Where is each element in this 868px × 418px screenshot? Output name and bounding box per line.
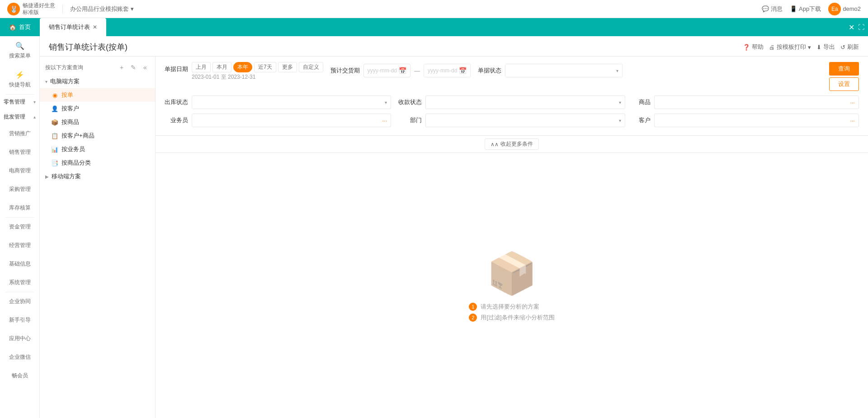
- message-icon: 💬: [762, 5, 769, 12]
- product-more-icon[interactable]: ···: [850, 99, 855, 106]
- edit-scheme-icon[interactable]: ✎: [129, 63, 138, 72]
- order-scheme-icon: ◉: [51, 91, 59, 99]
- department-select[interactable]: ▾: [425, 114, 625, 127]
- help-button[interactable]: ❓ 帮助: [743, 43, 764, 51]
- page-title: 销售订单统计表(按单): [49, 42, 127, 52]
- add-scheme-icon[interactable]: +: [117, 63, 126, 72]
- settings-button[interactable]: 设置: [829, 77, 859, 91]
- sidebar-item-sales[interactable]: 销售管理: [0, 143, 39, 162]
- this-month-btn[interactable]: 本月: [212, 62, 231, 72]
- home-icon: 🏠: [9, 24, 16, 31]
- payment-chevron: ▾: [619, 100, 621, 105]
- custom-date-btn[interactable]: 自定义: [299, 62, 323, 72]
- sidebar: 🔍 搜索菜单 ⚡ 快捷导航 零售管理 ▾ 批发管理 ▴ 营销推广 销售管理 电商…: [0, 36, 40, 418]
- salesperson-input[interactable]: ···: [192, 114, 391, 127]
- download-icon: 📱: [790, 5, 797, 12]
- tab-close-icon[interactable]: ✕: [93, 24, 97, 30]
- customer-more-icon[interactable]: ···: [850, 117, 855, 124]
- user-profile[interactable]: Ea demo2: [828, 3, 861, 15]
- product-input[interactable]: ···: [654, 95, 859, 109]
- tab-close-window[interactable]: ✕: [849, 23, 854, 32]
- expected-delivery-label: 预计交货期: [330, 66, 360, 75]
- sidebar-item-retail[interactable]: 零售管理 ▾: [0, 95, 39, 109]
- last-month-btn[interactable]: 上月: [192, 62, 211, 72]
- tree-item-by-category[interactable]: 📑 按商品分类: [40, 156, 155, 170]
- tree-parent-desktop[interactable]: ▾ 电脑端方案: [40, 75, 155, 88]
- logo-area: 🐰 畅捷通好生意 标准版: [7, 2, 55, 15]
- sidebar-item-member[interactable]: 畅会员: [0, 366, 39, 385]
- search-icon: 🔍: [15, 42, 24, 50]
- sidebar-item-finance[interactable]: 资金管理: [0, 218, 39, 236]
- order-status-select[interactable]: ▾: [505, 64, 623, 77]
- tab-maximize[interactable]: ⛶: [858, 24, 864, 31]
- app-selector[interactable]: 办公用品行业模拟账套 ▾: [70, 5, 134, 13]
- expected-delivery-start-input[interactable]: yyyy-mm-dd 📅: [363, 64, 410, 77]
- collapse-filters-button[interactable]: ∧∧ 收起更多条件: [485, 138, 539, 150]
- top-bar-left: 🐰 畅捷通好生意 标准版 办公用品行业模拟账套 ▾: [7, 2, 134, 15]
- empty-hint-2: 2 用[过滤]条件来缩小分析范围: [469, 314, 554, 322]
- message-button[interactable]: 💬 消息: [762, 5, 783, 13]
- print-icon: 🖨: [769, 44, 775, 51]
- salesperson-more-icon[interactable]: ···: [382, 117, 387, 124]
- inner-layout: 按以下方案查询 + ✎ « ▾ 电脑端方案 ◉ 按单 👤: [40, 57, 868, 418]
- date-range-separator: —: [414, 67, 420, 74]
- sidebar-item-newbie[interactable]: 新手引导: [0, 311, 39, 329]
- tree-item-by-salesperson[interactable]: 📊 按业务员: [40, 142, 155, 156]
- sidebar-item-base[interactable]: 基础信息: [0, 255, 39, 273]
- export-button[interactable]: ⬇ 导出: [816, 43, 835, 51]
- salesperson-scheme-icon: 📊: [51, 145, 59, 153]
- sidebar-item-purchase[interactable]: 采购管理: [0, 180, 39, 199]
- tree-item-by-customer-product[interactable]: 📋 按客户+商品: [40, 129, 155, 142]
- payment-status-label: 收款状态: [398, 98, 422, 106]
- refresh-button[interactable]: ↺ 刷新: [840, 43, 859, 51]
- tab-home[interactable]: 🏠 首页: [0, 18, 40, 36]
- category-scheme-icon: 📑: [51, 159, 59, 167]
- order-status-label: 单据状态: [478, 66, 501, 75]
- this-year-btn[interactable]: 本年: [233, 62, 252, 72]
- shipment-status-label: 出库状态: [165, 98, 188, 106]
- expected-delivery-end-input[interactable]: yyyy-mm-dd 📅: [424, 64, 471, 77]
- tree-parent-mobile[interactable]: ▶ 移动端方案: [40, 170, 155, 183]
- sidebar-item-app-center[interactable]: 应用中心: [0, 329, 39, 348]
- shipment-chevron: ▾: [385, 100, 387, 105]
- sidebar-item-corp-wechat[interactable]: 企业微信: [0, 348, 39, 366]
- more-date-btn[interactable]: 更多: [278, 62, 297, 72]
- collapse-panel-icon[interactable]: «: [141, 63, 150, 72]
- product-scheme-icon: 📦: [51, 118, 59, 126]
- payment-status-select[interactable]: ▾: [425, 95, 625, 109]
- shipment-status-select[interactable]: ▾: [192, 95, 391, 109]
- salesperson-label: 业务员: [165, 116, 188, 124]
- sidebar-search-menu[interactable]: 🔍 搜索菜单: [0, 36, 39, 65]
- empty-state: 📦 1 请先选择要分析的方案 2 用[过滤]条件来缩小分析范围: [156, 153, 868, 418]
- logo-text: 畅捷通好生意 标准版: [23, 2, 55, 15]
- tab-sales-order-stats[interactable]: 销售订单统计表 ✕: [40, 18, 106, 36]
- content-area: 销售订单统计表(按单) ❓ 帮助 🖨 按模板打印 ▾ ⬇ 导出 ↺ 刷新: [40, 36, 868, 418]
- last7days-btn[interactable]: 近7天: [254, 62, 276, 72]
- app-download-button[interactable]: 📱 App下载: [790, 5, 821, 13]
- empty-illustration: 📦: [486, 250, 537, 297]
- sidebar-item-ecommerce[interactable]: 电商管理: [0, 162, 39, 180]
- tree-item-by-product[interactable]: 📦 按商品: [40, 115, 155, 129]
- sidebar-item-system[interactable]: 系统管理: [0, 273, 39, 292]
- sidebar-quick-nav[interactable]: ⚡ 快捷导航: [0, 65, 39, 94]
- sidebar-item-enterprise[interactable]: 企业协同: [0, 292, 39, 311]
- tab-bar: 🏠 首页 销售订单统计表 ✕ ✕ ⛶: [0, 18, 868, 36]
- customer-input[interactable]: ···: [654, 114, 859, 127]
- sidebar-item-marketing[interactable]: 营销推广: [0, 124, 39, 143]
- tree-item-by-customer[interactable]: 👤 按客户: [40, 102, 155, 115]
- template-print-button[interactable]: 🖨 按模板打印 ▾: [769, 43, 811, 51]
- page-header: 销售订单统计表(按单) ❓ 帮助 🖨 按模板打印 ▾ ⬇ 导出 ↺ 刷新: [40, 36, 868, 57]
- sidebar-item-inventory[interactable]: 库存核算: [0, 199, 39, 217]
- sidebar-item-wholesale[interactable]: 批发管理 ▴: [0, 109, 39, 124]
- department-chevron: ▾: [619, 118, 621, 123]
- tree-item-by-order[interactable]: ◉ 按单: [40, 88, 155, 102]
- calendar-end-icon: 📅: [459, 67, 467, 74]
- tree-expand-icon: ▾: [45, 79, 47, 84]
- top-bar: 🐰 畅捷通好生意 标准版 办公用品行业模拟账套 ▾ 💬 消息 📱 App下载 E…: [0, 0, 868, 18]
- sidebar-item-operations[interactable]: 经营管理: [0, 236, 39, 255]
- main-layout: 🔍 搜索菜单 ⚡ 快捷导航 零售管理 ▾ 批发管理 ▴ 营销推广 销售管理 电商…: [0, 36, 868, 418]
- empty-hint-1: 1 请先选择要分析的方案: [469, 303, 554, 311]
- query-button[interactable]: 查询: [829, 62, 859, 76]
- tree-collapse-icon: ▶: [45, 174, 49, 179]
- left-panel: 按以下方案查询 + ✎ « ▾ 电脑端方案 ◉ 按单 👤: [40, 57, 156, 418]
